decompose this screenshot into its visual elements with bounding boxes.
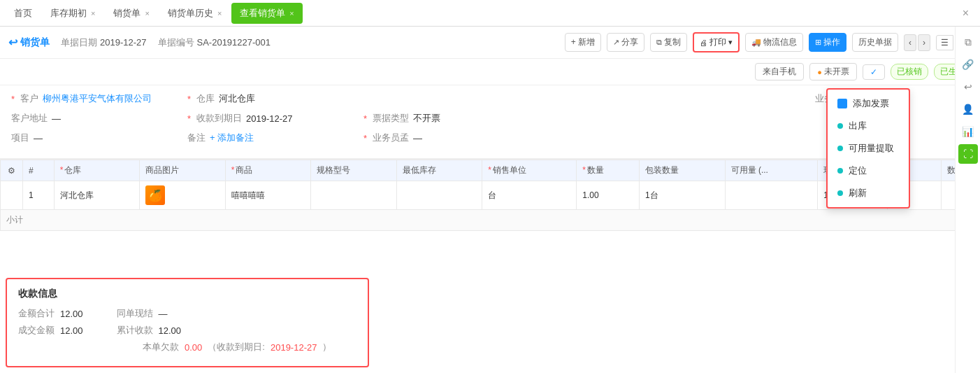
ticket-label: 票据类型 <box>373 112 409 125</box>
locate-label: 定位 <box>849 164 867 177</box>
row-spec <box>311 181 397 210</box>
copy-button[interactable]: ⧉ 复制 <box>650 33 687 52</box>
project-value: — <box>34 133 43 143</box>
cumulative-value: 12.00 <box>159 325 182 336</box>
available-qty-icon <box>837 146 843 151</box>
check-button[interactable]: ✓ <box>863 64 885 80</box>
close-sales-history[interactable]: × <box>217 9 222 17</box>
tab-bar: 首页 库存期初 × 销货单 × 销货单历史 × 查看销货单 × × <box>0 0 980 27</box>
close-inventory-init[interactable]: × <box>91 9 95 17</box>
dropdown-available-qty[interactable]: 可用量提取 <box>828 137 909 160</box>
ticket-required: * <box>363 113 367 124</box>
warehouse-value: 河北仓库 <box>219 92 255 105</box>
doc-number-field: 单据编号 SA-20191227-001 <box>158 36 271 49</box>
row-gear <box>1 181 23 210</box>
doc-type-label: 销货单 <box>20 36 50 49</box>
row-product-img: 🍊 <box>140 181 226 210</box>
sidebar-icon-link[interactable]: 🔗 <box>958 55 978 74</box>
sidebar-icon-return[interactable]: ↩ <box>958 77 978 97</box>
next-button[interactable]: › <box>918 34 930 51</box>
prev-button[interactable]: ‹ <box>904 34 916 51</box>
project-label: 项目 <box>11 132 29 144</box>
customer-value[interactable]: 柳州粤港平安气体有限公司 <box>43 92 152 105</box>
due-date-label: 收款到期日 <box>196 112 242 125</box>
close-sales-order[interactable]: × <box>145 9 149 17</box>
due-close: ） <box>322 341 331 353</box>
tab-inventory-init[interactable]: 库存期初 × <box>42 3 103 24</box>
ticket-value: 不开票 <box>413 112 440 125</box>
row-available <box>725 181 818 210</box>
customer-field: * 客户 柳州粤港平安气体有限公司 <box>11 92 165 105</box>
dropdown-outbound[interactable]: 出库 <box>828 115 909 137</box>
cumulative-label: 累计收款 <box>117 324 153 337</box>
col-no: # <box>23 160 55 181</box>
dropdown-add-invoice[interactable]: 添加发票 <box>828 92 909 115</box>
cumulative-item: 累计收款 12.00 <box>117 324 182 337</box>
from-phone-button[interactable]: 来自手机 <box>755 63 804 80</box>
doc-date-field: 单据日期 2019-12-27 <box>61 36 147 49</box>
open-ticket-button[interactable]: ● 未开票 <box>809 63 857 80</box>
add-note-button[interactable]: + 添加备注 <box>210 132 254 144</box>
col-min-stock: 最低库存 <box>396 160 482 181</box>
row-product: 嘻嘻嘻嘻 <box>225 181 311 210</box>
sidebar-icon-copy[interactable]: ⧉ <box>958 32 978 52</box>
col-warehouse: *仓库 <box>54 160 140 181</box>
ops-button[interactable]: ⊞ 操作 <box>809 33 846 52</box>
doc-type: ↩ 销货单 <box>8 36 50 49</box>
col-unit: *销售单位 <box>482 160 577 181</box>
sidebar-icon-expand[interactable]: ⛶ <box>958 144 978 164</box>
address-label: 客户地址 <box>11 112 48 125</box>
col-spec: 规格型号 <box>311 160 397 181</box>
history-button[interactable]: 历史单据 <box>852 33 898 52</box>
share-button[interactable]: ↗ 分享 <box>607 33 644 52</box>
warehouse-required: * <box>187 94 191 104</box>
row-min-stock <box>396 181 482 210</box>
payment-row-1: 金额合计 12.00 同单现结 — <box>18 307 356 320</box>
address-field: 客户地址 — <box>11 112 165 125</box>
sidebar-icon-user[interactable]: 👤 <box>958 99 978 119</box>
tab-sales-history[interactable]: 销货单历史 × <box>159 3 230 24</box>
logistics-button[interactable]: 🚚 物流信息 <box>745 33 803 52</box>
col-product: *商品 <box>225 160 311 181</box>
product-image: 🍊 <box>145 185 165 205</box>
close-window[interactable]: × <box>957 7 974 20</box>
available-qty-label: 可用量提取 <box>849 142 894 155</box>
col-pkg-qty: 包装数量 <box>640 160 726 181</box>
outbound-label: 出库 <box>849 120 867 132</box>
tab-home[interactable]: 首页 <box>6 3 41 24</box>
date-label: 单据日期 <box>61 36 97 49</box>
payment-info: 收款信息 金额合计 12.00 同单现结 — 成交金额 12.00 累计收款 <box>6 278 369 367</box>
print-button[interactable]: 🖨 打印 ▾ <box>693 32 740 52</box>
subtotal-label: 小计 <box>1 210 980 231</box>
tab-view-sales[interactable]: 查看销货单 × <box>231 3 302 24</box>
sales-label: 业务员孟 <box>373 132 409 144</box>
ops-dropdown: 添加发票 出库 可用量提取 定位 刷新 <box>826 88 910 209</box>
col-qty: *数量 <box>577 160 640 181</box>
row-unit: 台 <box>482 181 577 210</box>
locate-icon <box>837 168 843 174</box>
transaction-item: 成交金额 12.00 <box>18 324 83 337</box>
same-order-value: — <box>159 309 168 319</box>
same-order-label: 同单现结 <box>117 307 153 320</box>
add-invoice-icon <box>837 99 847 108</box>
payment-title: 收款信息 <box>18 288 356 300</box>
warehouse-label: 仓库 <box>196 92 215 105</box>
transaction-label: 成交金额 <box>18 324 55 337</box>
row-warehouse: 河北仓库 <box>54 181 140 210</box>
sidebar-icon-chart[interactable]: 📊 <box>958 122 978 141</box>
col-product-img: 商品图片 <box>140 160 226 181</box>
due-date-value: 2019-12-27 <box>246 113 293 124</box>
note-label: 备注 <box>187 132 206 144</box>
list-view-button[interactable]: ☰ <box>936 35 953 50</box>
form-row-1: * 客户 柳州粤港平安气体有限公司 * 仓库 河北仓库 业务员 演示账号 <box>11 92 969 105</box>
total-amount-item: 金额合计 12.00 <box>18 307 83 320</box>
add-invoice-label: 添加发票 <box>853 97 889 110</box>
dropdown-locate[interactable]: 定位 <box>828 160 909 182</box>
new-button[interactable]: + 新增 <box>565 33 601 52</box>
row-no: 1 <box>23 181 55 210</box>
dropdown-refresh[interactable]: 刷新 <box>828 182 909 204</box>
form-row-2: 客户地址 — * 收款到期日 2019-12-27 * 票据类型 不开票 <box>11 112 969 125</box>
tab-sales-order[interactable]: 销货单 × <box>105 3 157 24</box>
address-value: — <box>52 113 61 124</box>
close-view-sales[interactable]: × <box>289 9 294 17</box>
